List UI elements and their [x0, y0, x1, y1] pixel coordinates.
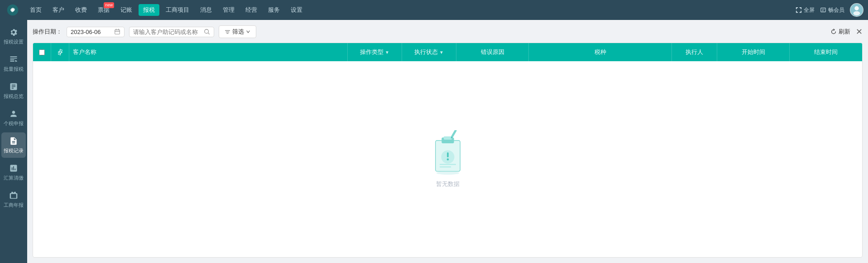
- svg-rect-14: [451, 130, 457, 137]
- fullscreen-button[interactable]: 全屏: [796, 6, 815, 14]
- search-input[interactable]: [133, 29, 201, 35]
- avatar[interactable]: [850, 3, 863, 17]
- table-body: 暂无数据: [33, 61, 862, 257]
- svg-point-1: [11, 9, 14, 11]
- top-nav: 首页客户收费票据new记账报税工商项目消息管理经营服务设置 全屏 畅会员: [0, 0, 868, 20]
- nav-item-invoice[interactable]: 票据new: [93, 4, 114, 16]
- th-end-label: 结束时间: [814, 48, 838, 56]
- sidebar-label-tax-settings: 报税设置: [4, 39, 24, 45]
- op-type-sort-icon: ▼: [385, 50, 389, 55]
- th-start-time: 开始时间: [717, 43, 790, 61]
- svg-point-19: [436, 171, 459, 175]
- sidebar-item-annual-report[interactable]: 工商年报: [1, 187, 26, 212]
- tax-settings-icon: [9, 27, 19, 37]
- th-client-label: 客户名称: [73, 48, 96, 56]
- svg-rect-2: [821, 8, 826, 12]
- svg-rect-18: [439, 166, 451, 167]
- tax-record-icon: [9, 136, 19, 146]
- th-op-type[interactable]: 操作类型 ▼: [348, 43, 402, 61]
- svg-point-5: [854, 11, 860, 15]
- sidebar-label-tax-record: 报税记录: [4, 147, 24, 154]
- th-checkbox[interactable]: [33, 43, 51, 61]
- nav-item-manage[interactable]: 管理: [218, 4, 239, 16]
- status-sort-icon: ▼: [439, 50, 444, 55]
- nav-item-collection[interactable]: 收费: [71, 4, 91, 16]
- member-label: 畅会员: [828, 6, 844, 14]
- th-error-label: 错误原因: [481, 48, 504, 56]
- th-status[interactable]: 执行状态 ▼: [402, 43, 456, 61]
- nav-item-client[interactable]: 客户: [48, 4, 69, 16]
- date-input[interactable]: [71, 29, 111, 35]
- nav-item-service[interactable]: 服务: [264, 4, 284, 16]
- annual-report-icon: [9, 190, 19, 200]
- toolbar-row: 操作日期： 筛选 刷新 ✕: [33, 25, 863, 38]
- table-header: 客户名称 操作类型 ▼ 执行状态 ▼ 错误原因 税种 执行人: [33, 43, 862, 61]
- th-error: 错误原因: [456, 43, 529, 61]
- th-executor-label: 执行人: [686, 48, 703, 56]
- sidebar-item-personal-tax[interactable]: 个税申报: [1, 105, 26, 131]
- content-area: 操作日期： 筛选 刷新 ✕: [27, 20, 868, 263]
- select-all-checkbox[interactable]: [39, 49, 45, 55]
- personal-tax-icon: [9, 109, 19, 119]
- refresh-label: 刷新: [839, 28, 850, 36]
- main-layout: 报税设置批量报税报税总览个税申报报税记录汇算清缴工商年报 操作日期： 筛选: [0, 20, 868, 263]
- sidebar-label-annual-report: 工商年报: [4, 202, 24, 209]
- calc-tax-icon: [9, 163, 19, 173]
- th-client-name: 客户名称: [69, 43, 348, 61]
- empty-text: 暂无数据: [436, 180, 460, 188]
- th-tax-label: 税种: [595, 48, 606, 56]
- member-button[interactable]: 畅会员: [820, 6, 844, 14]
- th-status-label: 执行状态: [414, 48, 438, 56]
- new-badge: new: [104, 2, 114, 8]
- date-picker[interactable]: [67, 27, 125, 37]
- th-settings[interactable]: [51, 43, 69, 61]
- nav-item-settings[interactable]: 设置: [286, 4, 307, 16]
- nav-item-message[interactable]: 消息: [196, 4, 216, 16]
- svg-rect-10: [443, 136, 451, 140]
- empty-illustration: [425, 130, 470, 175]
- filter-label: 筛选: [232, 28, 244, 36]
- sidebar-item-tax-record[interactable]: 报税记录: [1, 132, 26, 158]
- tax-summary-icon: [9, 82, 19, 92]
- nav-item-tax[interactable]: 报税: [139, 4, 159, 16]
- refresh-button[interactable]: 刷新: [830, 28, 850, 36]
- sidebar-label-calc-tax: 汇算清缴: [4, 175, 24, 181]
- th-op-type-label: 操作类型: [360, 48, 384, 56]
- sidebar-item-tax-summary[interactable]: 报税总览: [1, 78, 26, 103]
- th-tax-type: 税种: [529, 43, 672, 61]
- nav-item-finance[interactable]: 经营: [241, 4, 262, 16]
- sidebar-label-batch-tax: 批量报税: [4, 66, 24, 73]
- close-button[interactable]: ✕: [856, 28, 863, 36]
- filter-button[interactable]: 筛选: [219, 25, 256, 38]
- sidebar-item-tax-settings[interactable]: 报税设置: [1, 24, 26, 49]
- th-start-label: 开始时间: [742, 48, 765, 56]
- th-executor: 执行人: [672, 43, 717, 61]
- nav-item-accounting[interactable]: 记账: [116, 4, 137, 16]
- table-container: 客户名称 操作类型 ▼ 执行状态 ▼ 错误原因 税种 执行人: [33, 43, 863, 258]
- date-label: 操作日期：: [33, 28, 62, 36]
- svg-rect-17: [439, 164, 456, 165]
- toolbar-right: 刷新 ✕: [830, 28, 863, 36]
- sidebar-label-personal-tax: 个税申报: [4, 120, 24, 127]
- sidebar-item-calc-tax[interactable]: 汇算清缴: [1, 160, 26, 185]
- batch-tax-icon: [9, 54, 19, 64]
- nav-item-home[interactable]: 首页: [25, 4, 46, 16]
- th-end-time: 结束时间: [790, 43, 862, 61]
- search-box[interactable]: [129, 27, 214, 37]
- top-nav-right: 全屏 畅会员: [796, 3, 863, 17]
- sidebar: 报税设置批量报税报税总览个税申报报税记录汇算清缴工商年报: [0, 20, 27, 263]
- sidebar-item-batch-tax[interactable]: 批量报税: [1, 51, 26, 76]
- svg-point-13: [446, 158, 449, 161]
- empty-state: 暂无数据: [425, 130, 470, 188]
- logo[interactable]: [5, 2, 21, 18]
- svg-rect-12: [447, 152, 449, 157]
- svg-point-4: [854, 6, 858, 10]
- sidebar-label-tax-summary: 报税总览: [4, 93, 24, 100]
- fullscreen-label: 全屏: [804, 6, 815, 14]
- nav-item-business[interactable]: 工商项目: [161, 4, 194, 16]
- svg-rect-6: [115, 30, 120, 34]
- nav-items: 首页客户收费票据new记账报税工商项目消息管理经营服务设置: [25, 4, 796, 16]
